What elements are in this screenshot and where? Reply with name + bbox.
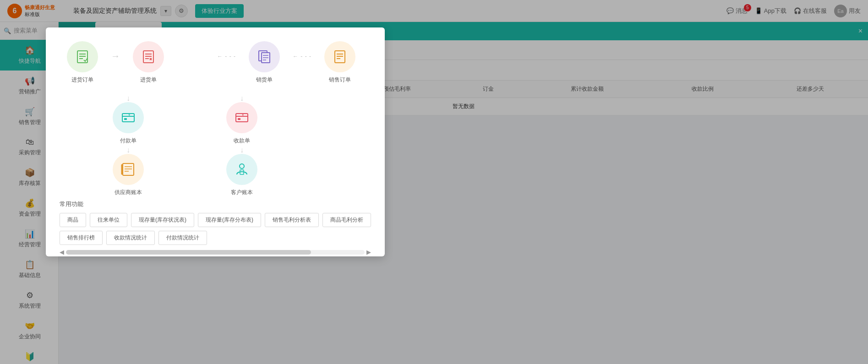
- flow-node-sales-order[interactable]: 销售订单: [317, 41, 363, 84]
- sales-bill-icon: [257, 49, 272, 65]
- sales-bill-label: 销货单: [256, 76, 273, 84]
- svg-rect-23: [238, 118, 240, 120]
- customer-ledger-label: 客户账本: [231, 189, 253, 196]
- purchase-bill-circle: [133, 41, 164, 72]
- modal-overlay: 进货订单 →: [59, 22, 868, 364]
- scroll-right-arrow[interactable]: ▶: [366, 249, 371, 255]
- supplier-ledger-label: 供应商账本: [115, 189, 142, 196]
- receipt-label: 收款单: [234, 137, 250, 145]
- modal-scroll-area: ◀ ▶: [60, 249, 371, 256]
- supplier-ledger-circle: [113, 154, 144, 185]
- purchase-bill-icon: [141, 49, 156, 65]
- quick-btn-stock-dist[interactable]: 现存量(库存分布表): [198, 213, 261, 227]
- flow-node-purchase-bill[interactable]: 进货单: [126, 41, 171, 84]
- modal-scrollbar-row: ◀ ▶: [60, 249, 371, 255]
- quick-btn-stock-status[interactable]: 现存量(库存状况表): [131, 213, 194, 227]
- svg-rect-25: [123, 163, 134, 175]
- customer-ledger-icon: [234, 162, 250, 177]
- quick-btn-payment-stats[interactable]: 付款情况统计: [158, 231, 207, 245]
- quick-btn-sales-rank[interactable]: 销售排行榜: [60, 231, 103, 245]
- arrow-down-payment: ↓: [126, 95, 130, 102]
- flow-node-customer-ledger[interactable]: 客户账本: [219, 154, 265, 196]
- quick-btn-product[interactable]: 商品: [60, 213, 86, 227]
- arrow-down-customer: ↓: [240, 147, 244, 154]
- app-wrapper: 6 畅康通好生意 标准版 装备及固定资产辅助管理系统 ▾ ⚙ 体验行业方案 💬 …: [0, 0, 868, 364]
- receipt-icon: ¥: [234, 110, 250, 125]
- sales-order-icon: [332, 49, 348, 65]
- customer-ledger-circle: [226, 154, 257, 185]
- svg-point-29: [240, 164, 244, 168]
- payment-circle: ¥: [113, 102, 144, 133]
- quick-functions-title: 常用功能: [60, 200, 371, 208]
- content-area: 🏠 首页 销售订单执行表 × × ❓ 帮助 🖨: [59, 22, 868, 364]
- svg-text:¥: ¥: [241, 113, 244, 117]
- quick-btn-receipt-stats[interactable]: 收款情况统计: [106, 231, 155, 245]
- flow-row2-spacer: [151, 95, 219, 145]
- arrow-down-receipt: ↓: [240, 95, 244, 102]
- sales-order-circle: [324, 41, 355, 72]
- flow-node-sales-bill[interactable]: 销货单: [241, 41, 287, 84]
- quick-buttons-row2: 销售排行榜 收款情况统计 付款情况统计: [60, 231, 371, 245]
- quick-btn-sales-profit[interactable]: 销售毛利分析表: [265, 213, 319, 227]
- arrow-purchase-to-bill: →: [111, 51, 120, 74]
- quick-buttons-row1: 商品 往来单位 现存量(库存状况表) 现存量(库存分布表) 销售毛利分析表 商品…: [60, 213, 371, 227]
- payment-icon: ¥: [120, 110, 136, 125]
- flow-node-payment[interactable]: ¥ 付款单: [105, 102, 151, 145]
- purchase-order-label: 进货订单: [71, 76, 93, 84]
- purchase-order-icon: [75, 49, 90, 65]
- sales-bill-circle: [249, 41, 280, 72]
- flow-node-receipt[interactable]: ¥ 收款单: [219, 102, 265, 145]
- dashed-arrow-sales: ← - - -: [217, 53, 236, 72]
- flow-col-payment: ↓ ¥ 付款单: [105, 95, 151, 145]
- flow-col-supplier-ledger: ↓: [105, 147, 151, 196]
- quick-btn-contacts[interactable]: 往来单位: [90, 213, 127, 227]
- scrollbar-track: [66, 250, 365, 255]
- flow-row-1: 进货订单 →: [60, 41, 371, 84]
- quick-functions: 常用功能 商品 往来单位 现存量(库存状况表) 现存量(库存分布表) 销售毛利分…: [60, 200, 371, 245]
- flow-node-purchase-order[interactable]: 进货订单: [60, 41, 105, 84]
- flow-row-3-wrapper: ↓: [105, 147, 371, 196]
- quick-btn-product-profit[interactable]: 商品毛利分析: [322, 213, 371, 227]
- purchase-order-circle: [67, 41, 98, 72]
- supplier-ledger-icon: [120, 162, 136, 177]
- purchase-bill-label: 进货单: [140, 76, 157, 84]
- scroll-left-arrow[interactable]: ◀: [60, 249, 64, 255]
- flow-row-2-wrapper: ↓ ¥ 付款单: [105, 95, 371, 145]
- svg-text:¥: ¥: [128, 113, 131, 117]
- flow-node-supplier-ledger[interactable]: 供应商账本: [105, 154, 151, 196]
- quick-nav-modal: 进货订单 →: [59, 27, 385, 256]
- flow-col-customer-ledger: ↓ 客户账本: [219, 147, 265, 196]
- svg-rect-19: [124, 118, 127, 120]
- arrow-down-supplier: ↓: [126, 147, 130, 154]
- scrollbar-thumb[interactable]: [66, 250, 311, 255]
- flow-col-receipt: ↓ ¥ 收款单: [219, 95, 265, 145]
- flow-row3-spacer: [151, 147, 219, 196]
- receipt-circle: ¥: [226, 102, 257, 133]
- dashed-arrow-sales-order: ← - - -: [293, 53, 311, 72]
- sales-order-label: 销售订单: [329, 76, 351, 84]
- payment-label: 付款单: [120, 137, 136, 145]
- main-area: 🔍 搜索菜单 🏠 快捷导航 📢 营销推广 🛒 销售管理 🛍 采购管理 📦: [0, 22, 868, 364]
